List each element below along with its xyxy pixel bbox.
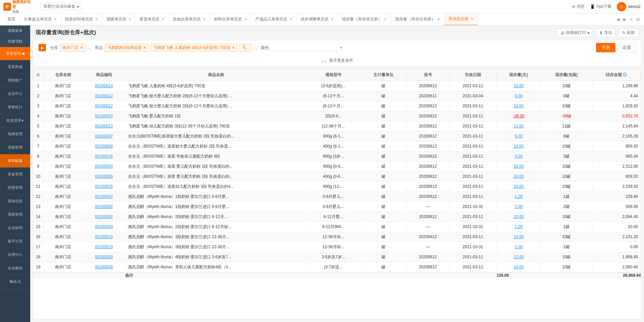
close-icon[interactable]: ✕: [128, 17, 131, 21]
row-unit: 罐: [360, 181, 407, 192]
sidebar-item-purchase[interactable]: 采购管理: [0, 141, 30, 154]
close-icon[interactable]: ✕: [289, 17, 292, 21]
tab-transfer[interactable]: 调拨单历史✕: [102, 13, 136, 25]
avatar: D: [617, 2, 626, 11]
sidebar-item-operations[interactable]: 经营管理: [0, 181, 30, 195]
export-btn[interactable]: ⬇ 导出: [596, 28, 616, 37]
sidebar-item-system[interactable]: 系统管理: [0, 208, 30, 221]
row-qty-main: 10.00: [496, 81, 541, 91]
tab-product-inbound[interactable]: 产成品入库单历史✕: [251, 13, 297, 25]
warehouse-filter-tag[interactable]: 南岸门店 ✕: [60, 44, 86, 52]
close-icon[interactable]: ✕: [244, 17, 247, 21]
close-icon[interactable]: ✕: [331, 17, 333, 21]
row-amount: 2,094.40: [592, 212, 641, 222]
expand-more-label: 展开更多条件: [329, 58, 353, 63]
row-warehouse: 南岸门店: [43, 111, 83, 121]
col-settings-header[interactable]: ⚙: [33, 69, 43, 81]
row-code: 00100018: [83, 262, 125, 272]
workspace-selector[interactable]: 母婴行业演示账套 ▾: [40, 3, 82, 10]
download-icon: 📱: [590, 4, 595, 9]
sidebar-item-basic-info[interactable]: 基础信息: [0, 195, 30, 208]
warehouse-ellipsis[interactable]: ...: [88, 45, 91, 50]
row-code: 00100016: [83, 151, 125, 161]
row-qty-pkg: 10罐: [541, 141, 592, 151]
sidebar-item-retail-mall[interactable]: 零售商城: [0, 60, 30, 74]
tab-stock-dist[interactable]: 现存量（库存分布表）✕: [391, 13, 444, 25]
tab-batch-stock[interactable]: 库存批次账✕: [444, 13, 478, 25]
table-row: 18 南岸门店 00100020 惠氏启醇（Wyeth illuma）4段奶粉 …: [33, 252, 641, 262]
tab-other-outbound[interactable]: 其他出库单历史✕: [169, 13, 210, 25]
close-icon[interactable]: ✕: [437, 17, 440, 21]
refresh-btn[interactable]: ↻ 刷新: [619, 28, 639, 37]
sidebar-item-app-center[interactable]: 应用中心: [0, 248, 30, 262]
col-settings-icon[interactable]: ⚙: [36, 73, 40, 77]
filter-expand-icon[interactable]: ▶: [39, 44, 46, 51]
sidebar-item-marketing[interactable]: 营销推广: [0, 74, 30, 87]
sidebar-item-member2[interactable]: 畅会员: [0, 275, 30, 288]
row-no: 10: [33, 171, 43, 181]
message-btn[interactable]: ✉ 消息: [572, 4, 585, 9]
table-row: 8 南岸门店 00100016 合生元（BIOSTIME）派星 学龄前儿童配方奶…: [33, 151, 641, 161]
row-qty-pkg: 10罐: [541, 252, 592, 262]
user-area[interactable]: D demo2: [617, 2, 641, 11]
table-header-row: ⚙ 仓库名称 商品编码 商品名称 规格型号 主计量单位 批号 失效日期 现存量(…: [33, 69, 641, 81]
nav-prev-arrow[interactable]: ◀: [614, 16, 621, 23]
sidebar-item-inventory[interactable]: 库存核算: [0, 154, 30, 168]
sidebar-item-enterprise-collab[interactable]: 企业协同: [0, 221, 30, 235]
goods-filter-tag3[interactable]: 飞...: [239, 44, 252, 52]
print-btn[interactable]: 🖨 按模板打印 ▾: [557, 28, 593, 37]
tab-inventory-count[interactable]: 分量盘点单历史✕: [20, 13, 61, 25]
row-no: 12: [33, 192, 43, 202]
sidebar-item-wholesale[interactable]: 批发管理 ▾: [0, 114, 30, 127]
close-icon[interactable]: ✕: [162, 17, 164, 21]
tab-home[interactable]: 首页: [3, 13, 20, 25]
nav-close-icon[interactable]: ✕: [628, 16, 635, 23]
amount-info-icon[interactable]: ⓘ: [623, 72, 627, 78]
color-dropdown-icon[interactable]: ▾: [340, 45, 342, 50]
sidebar-item-retail-stats[interactable]: 零售统计: [0, 101, 30, 114]
sidebar-item-enterprise-wechat[interactable]: 企业微信: [0, 262, 30, 275]
close-icon[interactable]: ✕: [471, 17, 473, 21]
row-qty-pkg: 1罐: [541, 192, 592, 202]
filter-bar: ▶ 仓库 南岸门店 ✕ ... 商品 飞鹤奶粉3段两提装 ✕: [33, 40, 641, 66]
tab-stock-status[interactable]: 现存量（库存状况表）✕: [338, 13, 391, 25]
nav-arrows: ◀ ▶ ✕ ⊞: [612, 16, 644, 23]
tab-requisition[interactable]: 要货单历史✕: [136, 13, 169, 25]
goods-tag2-remove-icon[interactable]: ✕: [232, 45, 235, 50]
tab-cost-adjust[interactable]: 成本调整单历史✕: [297, 13, 338, 25]
row-warehouse: 南岸门店: [43, 101, 83, 111]
sidebar-item-ecommerce[interactable]: 电商管理: [0, 127, 30, 141]
download-btn[interactable]: 📱 App下载: [590, 4, 611, 9]
goods-ellipsis[interactable]: ...: [254, 45, 257, 50]
sidebar-item-member[interactable]: 会员中心: [0, 87, 30, 101]
close-icon[interactable]: ✕: [54, 17, 57, 21]
close-icon[interactable]: ✕: [384, 17, 387, 21]
sidebar-item-finance[interactable]: 资金管理: [0, 168, 30, 181]
tab-assembly[interactable]: 组装拆卸单历史✕: [61, 13, 102, 25]
warehouse-remove-icon[interactable]: ✕: [80, 45, 83, 50]
row-qty-pkg: 0罐: [541, 91, 592, 101]
row-name: 惠氏启醇（Wyeth illuma）1段奶粉 爱尔兰进口 0-6月婴...: [125, 202, 307, 212]
sidebar-item-search[interactable]: 搜索菜单: [0, 25, 30, 36]
nav-next-arrow[interactable]: ▶: [621, 16, 628, 23]
goods-filter-tag2[interactable]: 飞鹤星飞帆 儿童奶粉 4段(3-6岁适用) 700克 ✕: [151, 44, 237, 52]
sidebar-item-quick-nav[interactable]: 快捷导航: [0, 36, 30, 47]
close-icon[interactable]: ✕: [203, 17, 206, 21]
goods-filter-tag1[interactable]: 飞鹤奶粉3段两提装 ✕: [105, 44, 149, 52]
sidebar-item-retail-mgmt[interactable]: 零售管理 ◀: [0, 47, 30, 60]
row-unit: 罐: [360, 252, 407, 262]
settings-button[interactable]: 设置: [618, 43, 636, 52]
nav-expand-icon[interactable]: ⊞: [635, 16, 641, 23]
query-button[interactable]: 查询: [596, 43, 615, 52]
sidebar-item-new-guide[interactable]: 新手引导: [0, 235, 30, 248]
row-no: 9: [33, 161, 43, 171]
goods-tag1-remove-icon[interactable]: ✕: [143, 45, 147, 50]
row-qty-main: 10.00: [496, 161, 541, 171]
row-qty-main: 10.00: [496, 181, 541, 192]
expand-more-btn[interactable]: ⌄⌄ 展开更多条件: [321, 58, 353, 63]
top-bar: 好 畅捷通好生意 标版 母婴行业演示账套 ▾ ✉ 消息 📱 App下载 D de…: [0, 0, 644, 13]
tab-material-outbound[interactable]: 材料出库单历史✕: [210, 13, 251, 25]
close-icon[interactable]: ✕: [95, 17, 98, 21]
row-warehouse: 南岸门店: [43, 222, 83, 232]
username: demo2: [628, 4, 641, 9]
